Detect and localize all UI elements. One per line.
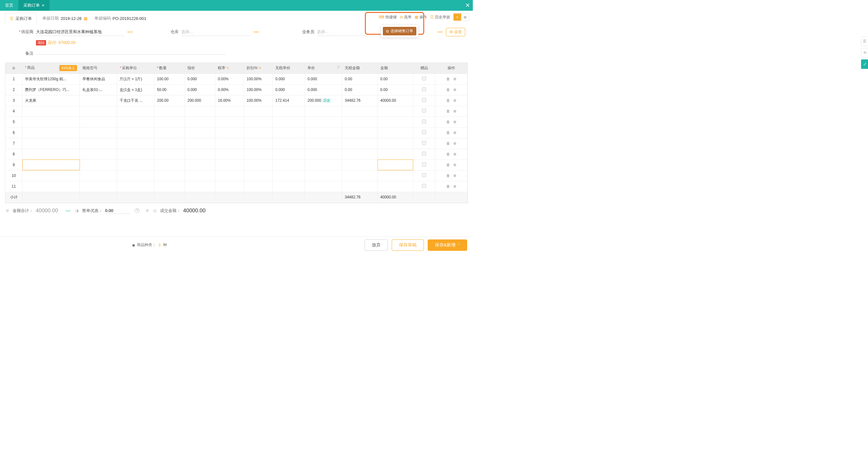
cell-quote[interactable]: 0.000 (185, 74, 215, 84)
cell-spec[interactable] (80, 106, 117, 117)
remark-input[interactable] (36, 53, 225, 55)
cell-tax[interactable] (215, 170, 244, 181)
tab-order[interactable]: 采购订单 ✕ (18, 0, 50, 11)
cell-price[interactable]: 0.000 (305, 84, 342, 95)
cell-price[interactable] (305, 159, 342, 170)
history-tag[interactable]: 历史 (322, 98, 332, 103)
cell-discount[interactable] (244, 170, 273, 181)
gift-checkbox[interactable] (422, 141, 426, 145)
add-row-icon[interactable]: ⊕ (453, 77, 457, 81)
add-row-icon[interactable]: ⊕ (453, 130, 457, 135)
cell-price[interactable] (305, 149, 342, 159)
cell-untax-amount[interactable] (342, 127, 378, 138)
cell-gift[interactable] (413, 149, 435, 159)
add-row-icon[interactable]: ⊕ (453, 141, 457, 146)
cell-tax[interactable] (215, 138, 244, 149)
cell-price[interactable]: 200.000历史 (305, 95, 342, 106)
cell-amount[interactable] (377, 181, 413, 192)
cell-spec[interactable] (80, 149, 117, 159)
cell-qty[interactable]: 200.00 (154, 95, 185, 106)
shortcut-link[interactable]: ⌨快捷键 (379, 14, 397, 20)
cell-quote[interactable] (185, 106, 215, 117)
cell-quote[interactable] (185, 138, 215, 149)
cell-quote[interactable]: 0.000 (185, 84, 215, 95)
cell-tax[interactable] (215, 127, 244, 138)
cell-quote[interactable] (185, 181, 215, 192)
table-row[interactable]: 3火龙果千克(1千克 ...200.00200.00016.00%100.00%… (5, 95, 467, 106)
cell-discount[interactable] (244, 138, 273, 149)
table-row[interactable]: 9🗑⊕ (5, 159, 467, 170)
cell-spec[interactable] (80, 138, 117, 149)
cell-spec[interactable] (80, 117, 117, 127)
cell-unit[interactable] (117, 106, 154, 117)
cell-qty[interactable] (154, 106, 185, 117)
add-row-icon[interactable]: ⊕ (453, 152, 457, 156)
cell-price[interactable] (305, 138, 342, 149)
cell-tax[interactable] (215, 149, 244, 159)
cell-untax-price[interactable] (273, 159, 305, 170)
cell-spec[interactable] (80, 170, 117, 181)
cell-price[interactable] (305, 106, 342, 117)
cell-discount[interactable]: 100.00% (244, 84, 273, 95)
cell-discount[interactable] (244, 127, 273, 138)
gift-checkbox[interactable] (422, 109, 426, 113)
cell-discount[interactable] (244, 106, 273, 117)
cell-price[interactable] (305, 181, 342, 192)
cell-gift[interactable] (413, 181, 435, 192)
cell-qty[interactable] (154, 117, 185, 127)
delete-row-icon[interactable]: 🗑 (446, 163, 450, 167)
gift-checkbox[interactable] (422, 184, 426, 188)
view-list-icon[interactable]: ≡ (454, 13, 461, 21)
cell-untax-amount[interactable] (342, 117, 378, 127)
view-grid-icon[interactable]: ⊞ (461, 13, 469, 21)
delete-row-icon[interactable]: 🗑 (446, 173, 450, 178)
add-row-icon[interactable]: ⊕ (453, 163, 457, 167)
table-row[interactable]: 1华美华夫软饼1200g 糕...早餐休闲食品斤(1斤 = 1斤)100.000… (5, 74, 467, 84)
cell-untax-amount[interactable] (342, 159, 378, 170)
delete-row-icon[interactable]: 🗑 (446, 98, 450, 103)
cell-discount[interactable]: 100.00% (244, 95, 273, 106)
add-row-icon[interactable]: ⊕ (453, 120, 457, 124)
cell-unit[interactable] (117, 149, 154, 159)
cell-spec[interactable]: 礼盒装01-... (80, 84, 117, 95)
cell-gift[interactable] (413, 117, 435, 127)
sub-tab-order[interactable]: ☰ 采购订单 (5, 13, 37, 24)
cell-discount[interactable] (244, 159, 273, 170)
select-order-link[interactable]: ⧉选单 (400, 14, 411, 20)
cell-amount[interactable] (377, 127, 413, 138)
cell-untax-price[interactable] (273, 170, 305, 181)
cell-gift[interactable] (413, 138, 435, 149)
cell-unit[interactable]: 盒(1盒 = 1盒) (117, 84, 154, 95)
cell-amount[interactable] (377, 149, 413, 159)
add-row-icon[interactable]: ⊕ (453, 87, 457, 92)
delete-row-icon[interactable]: 🗑 (446, 152, 450, 156)
delete-row-icon[interactable]: 🗑 (446, 77, 450, 81)
cell-amount[interactable] (377, 159, 413, 170)
cell-discount[interactable]: 100.00% (244, 74, 273, 84)
gift-checkbox[interactable] (422, 163, 426, 167)
rail-link-icon[interactable]: ⟲ (861, 48, 868, 58)
delete-row-icon[interactable]: 🗑 (446, 120, 450, 124)
cell-spec[interactable]: 早餐休闲食品 (80, 74, 117, 84)
cell-quote[interactable] (185, 159, 215, 170)
cell-amount[interactable] (377, 106, 413, 117)
cell-tax[interactable] (215, 117, 244, 127)
cell-untax-price[interactable]: 0.000 (273, 74, 305, 84)
cell-spec[interactable] (80, 159, 117, 170)
gift-checkbox[interactable] (422, 173, 426, 177)
cell-price[interactable] (305, 170, 342, 181)
row-more-icon[interactable]: ••• (437, 30, 443, 34)
cell-tax[interactable] (215, 106, 244, 117)
gift-checkbox[interactable] (422, 98, 426, 102)
cell-untax-amount[interactable] (342, 138, 378, 149)
cell-product[interactable] (23, 117, 80, 127)
table-row[interactable]: 8🗑⊕ (5, 149, 467, 159)
delete-row-icon[interactable]: 🗑 (446, 130, 450, 135)
cell-product[interactable]: 华美华夫软饼1200g 糕... (23, 74, 80, 84)
rail-expand-icon[interactable]: ⤢ (861, 59, 868, 69)
cell-untax-price[interactable]: 0.000 (273, 84, 305, 95)
cell-tax[interactable] (215, 181, 244, 192)
disc-input[interactable] (105, 207, 130, 214)
cell-discount[interactable] (244, 149, 273, 159)
cell-gift[interactable] (413, 106, 435, 117)
